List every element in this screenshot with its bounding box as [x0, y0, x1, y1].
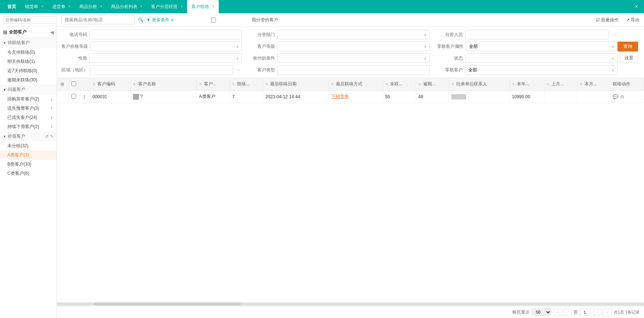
nav-home[interactable]: 首页: [3, 0, 21, 13]
filter-settings-button[interactable]: 设置: [620, 53, 638, 63]
horizontal-scrollbar[interactable]: [57, 302, 644, 306]
sidebar-item-overdue[interactable]: 逾期未联络(30): [0, 75, 57, 85]
close-salesorder-tab[interactable]: ×: [41, 0, 43, 13]
table-col-contact: ⇅ 联络...: [230, 78, 263, 91]
phone-input[interactable]: [89, 30, 242, 39]
row-seq: 1: [79, 91, 90, 103]
chevron-down-icon: ∨: [171, 17, 174, 22]
customertype-input[interactable]: [277, 65, 430, 75]
table-checkbox-column: [68, 78, 79, 91]
region-input[interactable]: [90, 65, 233, 75]
sidebar-item-tomorrow[interactable]: 明天待联络(1): [0, 57, 57, 66]
dept-chevron-icon: ∨: [424, 33, 426, 37]
sort-icon-nocontact: ⇅: [385, 82, 388, 86]
last-page-button[interactable]: »: [603, 309, 612, 315]
sidebar-item-unclassified[interactable]: 未分组(32): [0, 141, 57, 151]
search-input[interactable]: [61, 15, 135, 24]
scrollbar-track: [57, 303, 644, 305]
scrollbar-thumb[interactable]: [94, 303, 241, 305]
table-col-lastcontactmethod: ⇅ 最后联络方式: [329, 78, 383, 91]
first-page-button[interactable]: «: [554, 309, 562, 315]
row-settings: [57, 91, 68, 103]
nav-tab-salesorder[interactable]: 销货单 ×: [21, 0, 48, 13]
sidebar-item-declining[interactable]: 持续下滑客户(2) ℹ: [0, 122, 57, 131]
per-page-select[interactable]: 50 100 200: [532, 308, 551, 316]
table-seq-column: [79, 78, 90, 91]
nav-tab-customercontact[interactable]: 客户联络 ×: [187, 0, 219, 13]
more-filters-button[interactable]: ▼ 更多条件 ∨: [146, 17, 174, 23]
filter-row-4: 区域（地区） ··· 客户类型 零散客户 全部 ∨: [61, 65, 618, 75]
sidebar-collapse-button[interactable]: ◀: [50, 30, 54, 35]
nav-tab-purchaseorder[interactable]: 进货单 ×: [48, 0, 75, 13]
scatterattr-select[interactable]: 全部 ∨: [466, 42, 618, 51]
export-button[interactable]: ↗ 导出: [626, 17, 640, 23]
row-type: A类客户: [197, 91, 230, 103]
sidebar-item-c-class[interactable]: C类客户(6): [0, 169, 57, 178]
batch-operation-button[interactable]: ☑ 批量操作: [596, 17, 619, 23]
sidebar-item-today[interactable]: 今天待联络(0): [0, 48, 57, 57]
filter-cell-scattercustomer: 零散客户 全部 ∨: [437, 65, 618, 75]
pricegrade-label: 客户价格等级: [61, 43, 88, 50]
sidebar-item-b-class[interactable]: B类客户(33): [0, 160, 57, 169]
pending-arrow-icon: ▼: [3, 41, 6, 45]
sort-icon-thisyear: ⇅: [512, 82, 515, 86]
table-col-name: ⇅ 客户名称: [131, 78, 197, 91]
sidebar-item-a-class[interactable]: A类客户(1): [0, 151, 57, 160]
page-label-before: 页: [573, 309, 578, 315]
close-productanalysislist-tab[interactable]: ×: [140, 0, 143, 13]
refresh-icon[interactable]: ↺: [45, 134, 49, 139]
page-number-input[interactable]: [579, 309, 590, 315]
customergrade-select[interactable]: ∨: [277, 42, 430, 51]
select-all-checkbox[interactable]: [71, 81, 76, 86]
scattercustomer-select[interactable]: 全部 ∨: [465, 65, 618, 75]
sort-icon-type: ⇅: [199, 82, 202, 86]
info-icon-2: ℹ: [51, 116, 52, 120]
filter-cell-payment: 收付款条件 ∨: [249, 53, 430, 63]
close-customersegment-tab[interactable]: ×: [180, 0, 183, 13]
sidebar-item-7days[interactable]: 近7天待联络(0): [0, 66, 57, 75]
filter-action-buttons: 查询 设置: [618, 30, 640, 75]
window-close-button[interactable]: ×: [632, 3, 641, 10]
status-select[interactable]: ∨: [465, 53, 618, 63]
status-chevron-icon: ∨: [612, 56, 614, 60]
query-button[interactable]: 查询: [618, 42, 638, 52]
filter-cell-phone: 电话号码: [61, 30, 242, 39]
nature-select[interactable]: ∨: [89, 53, 242, 63]
payment-select[interactable]: ∨: [277, 53, 430, 63]
pricegrade-chevron-icon: ∨: [236, 45, 239, 49]
close-productanalysis-tab[interactable]: ×: [100, 0, 102, 13]
nav-tab-customersegment[interactable]: 客户分层经营 ×: [147, 0, 187, 13]
batch-icon: ☑: [596, 17, 600, 22]
unit-contact-color-block: [451, 94, 466, 99]
dept-label: 分管部门: [249, 32, 275, 38]
sidebar-search-input[interactable]: [3, 16, 57, 24]
next-page-button[interactable]: ›: [593, 309, 601, 315]
table-row: 1 000031 ? A类客户 7 2023-04-12 14:44: 下销货单…: [57, 91, 644, 103]
sidebar-item-churn-warning[interactable]: 流失预警客户(3) ℹ: [0, 104, 57, 113]
contact-chat-icon[interactable]: 💬: [613, 94, 618, 99]
row-thisyear: 10995.00: [509, 91, 544, 103]
last-contact-method-link[interactable]: 下销货单: [331, 94, 349, 99]
prev-page-button[interactable]: ‹: [564, 309, 572, 315]
sidebar-item-repurchase-abnormal[interactable]: 回购异常客户(2) ℹ: [0, 95, 57, 104]
contact-more-icon[interactable]: ⊞: [620, 94, 624, 99]
edit-icon[interactable]: ✎: [50, 134, 54, 139]
table-col-type: ⇅ 客户...: [197, 78, 230, 91]
close-customercontact-tab[interactable]: ×: [212, 0, 214, 13]
sort-icon-thismonth: ⇅: [580, 82, 583, 86]
table-col-code: ⇅ 客户编码: [90, 78, 131, 91]
pricegrade-select[interactable]: ∨: [90, 42, 242, 51]
sidebar-item-churned[interactable]: 已流失客户(24) ℹ: [0, 113, 57, 122]
nav-tab-productanalysislist[interactable]: 商品分析列表 ×: [107, 0, 147, 13]
search-button[interactable]: 🔍: [138, 17, 143, 22]
dept-select[interactable]: ∨: [277, 30, 430, 39]
region-dots-button[interactable]: ···: [235, 67, 242, 73]
my-customers-checkbox[interactable]: [177, 18, 250, 22]
row-select-checkbox[interactable]: [71, 94, 76, 99]
table-col-action: 联络动作: [610, 78, 644, 91]
manager-input[interactable]: [465, 30, 609, 39]
table-settings-column[interactable]: ⚙: [57, 78, 68, 91]
nav-tab-productanalysis[interactable]: 商品分析 ×: [75, 0, 107, 13]
close-purchaseorder-tab[interactable]: ×: [68, 0, 71, 13]
manager-dots-button[interactable]: ···: [611, 32, 618, 37]
